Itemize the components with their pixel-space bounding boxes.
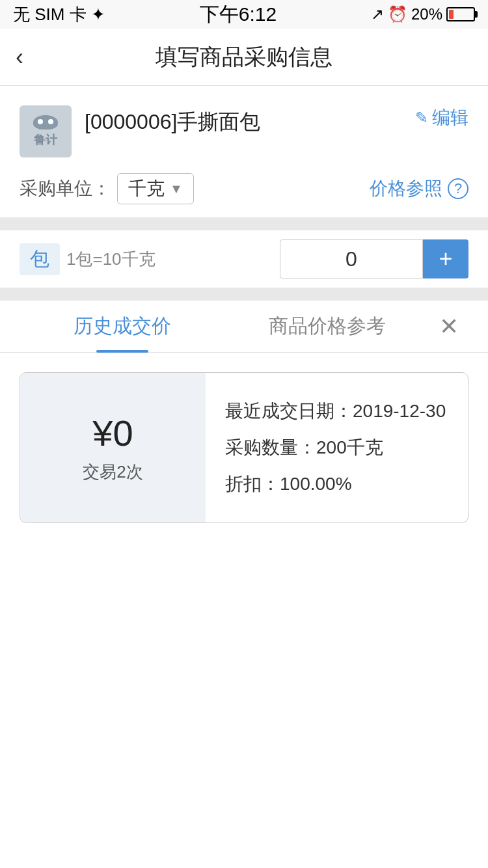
product-thumbnail: 鲁计	[20, 105, 72, 157]
battery-fill	[449, 10, 454, 19]
price-card-left: ¥0 交易2次	[20, 373, 206, 522]
status-right: ↗ ⏰ 20%	[371, 5, 475, 23]
status-bar: 无 SIM 卡 ✦ 下午6:12 ↗ ⏰ 20%	[0, 0, 488, 29]
location-icon: ↗	[371, 5, 384, 23]
tabs-bar: 历史成交价 商品价格参考 ✕	[0, 301, 488, 353]
tab-price-ref[interactable]: 商品价格参考	[224, 301, 429, 353]
battery-percent: 20%	[411, 5, 442, 23]
discount-row: 折扣：100.00%	[225, 472, 448, 496]
price-trades: 交易2次	[83, 461, 142, 483]
owl-body	[33, 115, 58, 129]
price-card: ¥0 交易2次 最近成交日期：2019-12-30 采购数量：200千克 折扣：…	[20, 372, 468, 523]
edit-icon: ✎	[415, 109, 428, 127]
no-sim-text: 无 SIM 卡 ✦	[13, 3, 105, 26]
tab-close-button[interactable]: ✕	[429, 307, 468, 346]
product-info: 鲁计 [0000006]手撕面包	[20, 105, 260, 157]
owl-eye-right	[48, 119, 53, 124]
unit-select[interactable]: 千克 ▼	[117, 173, 194, 204]
purchase-qty-row: 采购数量：200千克	[225, 435, 448, 460]
status-left: 无 SIM 卡 ✦	[13, 3, 105, 26]
product-card: 鲁计 [0000006]手撕面包 ✎ 编辑 采购单位： 千克 ▼ 价格参照 ?	[0, 86, 488, 217]
price-card-right: 最近成交日期：2019-12-30 采购数量：200千克 折扣：100.00%	[206, 373, 468, 522]
back-button[interactable]: ‹	[16, 44, 23, 71]
owl-eye-left	[38, 119, 43, 124]
help-icon: ?	[448, 178, 468, 199]
quantity-plus-button[interactable]: +	[423, 239, 468, 278]
recent-date-row: 最近成交日期：2019-12-30	[225, 399, 448, 424]
unit-chevron-icon: ▼	[170, 182, 183, 197]
page-title: 填写商品采购信息	[156, 42, 332, 72]
alarm-icon: ⏰	[388, 5, 407, 23]
currency-symbol: ¥	[92, 413, 113, 454]
quantity-conversion: 1包=10千克	[66, 248, 156, 271]
bottom-fill	[0, 543, 488, 868]
section-divider	[0, 217, 488, 230]
battery-icon	[446, 7, 475, 21]
section-divider-2	[0, 288, 488, 301]
price-amount: ¥0	[92, 412, 133, 454]
owl-eyes	[38, 119, 53, 124]
product-top-row: 鲁计 [0000006]手撕面包 ✎ 编辑	[20, 105, 468, 157]
unit-row: 采购单位： 千克 ▼ 价格参照 ?	[20, 173, 468, 204]
price-ref-button[interactable]: 价格参照 ?	[370, 176, 468, 201]
status-time: 下午6:12	[200, 1, 277, 28]
quantity-unit-info: 包 1包=10千克	[20, 243, 156, 275]
product-title: 手撕面包	[177, 110, 260, 133]
owl-text: 鲁计	[34, 132, 57, 148]
quantity-row: 包 1包=10千克 +	[0, 230, 488, 288]
quantity-input[interactable]	[280, 239, 423, 278]
edit-button[interactable]: ✎ 编辑	[415, 105, 468, 130]
product-name: [0000006]手撕面包	[85, 108, 260, 137]
quantity-input-wrap: +	[280, 239, 468, 278]
unit-value: 千克	[128, 176, 165, 201]
price-value: 0	[113, 413, 133, 454]
nav-bar: ‹ 填写商品采购信息	[0, 29, 488, 86]
product-name-wrap: [0000006]手撕面包	[85, 105, 260, 137]
price-card-section: ¥0 交易2次 最近成交日期：2019-12-30 采购数量：200千克 折扣：…	[0, 353, 488, 543]
unit-label: 采购单位：	[20, 176, 111, 201]
tab-history-price[interactable]: 历史成交价	[20, 301, 224, 353]
product-logo: 鲁计	[26, 115, 65, 148]
price-ref-label: 价格参照	[370, 176, 442, 201]
quantity-unit-badge: 包	[20, 243, 60, 275]
edit-label: 编辑	[432, 105, 468, 130]
product-id: [0000006]	[85, 110, 177, 133]
